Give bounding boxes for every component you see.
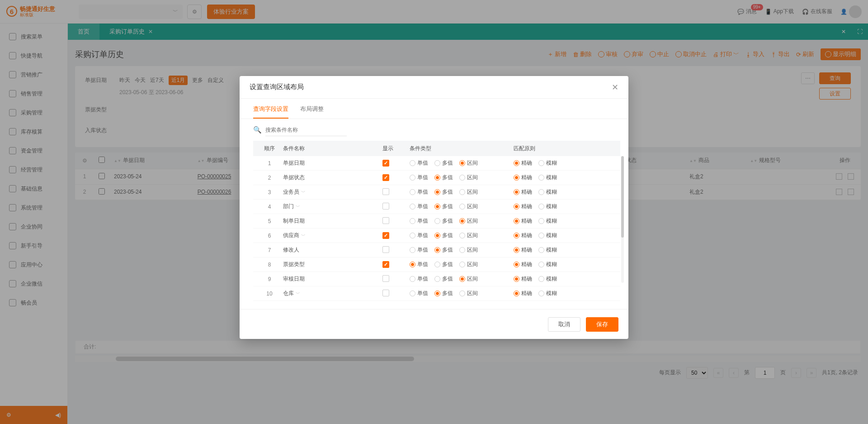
radio-match[interactable]: 精确 [514, 159, 532, 167]
modal-search-input[interactable] [265, 124, 347, 136]
modal-tab-layout[interactable]: 布局调整 [300, 105, 324, 119]
radio-ctype[interactable]: 多值 [434, 232, 453, 239]
radio-ctype[interactable]: 多值 [434, 188, 453, 196]
row-match: 精确模糊 [514, 203, 586, 210]
row-match: 精确模糊 [514, 217, 586, 225]
modal-save-button[interactable]: 保存 [586, 317, 618, 332]
radio-ctype[interactable]: 区间 [459, 217, 478, 225]
checkbox-icon [382, 188, 389, 195]
row-match: 精确模糊 [514, 159, 586, 167]
modal-vertical-scrollbar[interactable] [621, 156, 624, 283]
chevron-down-icon[interactable]: ﹀ [301, 233, 306, 238]
radio-ctype[interactable]: 单值 [410, 188, 428, 196]
radio-ctype[interactable]: 多值 [434, 290, 453, 297]
checkbox-icon [382, 174, 389, 181]
row-name: 制单日期 [283, 217, 382, 225]
radio-ctype[interactable]: 区间 [459, 203, 478, 210]
radio-ctype[interactable]: 多值 [434, 174, 453, 181]
radio-match[interactable]: 模糊 [538, 203, 557, 210]
row-name: 修改人 [283, 246, 382, 254]
modal-cancel-button[interactable]: 取消 [548, 317, 580, 332]
chevron-down-icon[interactable]: ﹀ [296, 291, 300, 296]
radio-match[interactable]: 精确 [514, 174, 532, 181]
radio-match[interactable]: 模糊 [538, 159, 557, 167]
modal-tab-fields[interactable]: 查询字段设置 [253, 105, 288, 119]
row-show[interactable] [382, 232, 410, 239]
row-ctype: 单值多值区间 [410, 188, 514, 196]
checkbox-icon [382, 246, 389, 253]
radio-match[interactable]: 精确 [514, 246, 532, 254]
radio-ctype[interactable]: 单值 [410, 203, 428, 210]
row-match: 精确模糊 [514, 246, 586, 254]
radio-ctype[interactable]: 区间 [459, 261, 478, 268]
radio-match[interactable]: 模糊 [538, 188, 557, 196]
row-show[interactable] [382, 160, 410, 167]
checkbox-icon [382, 217, 389, 224]
row-order: 1 [256, 160, 283, 167]
row-show[interactable] [382, 246, 410, 254]
checkbox-icon [382, 232, 389, 239]
radio-ctype[interactable]: 区间 [459, 232, 478, 239]
radio-ctype[interactable]: 单值 [410, 159, 428, 167]
row-show[interactable] [382, 188, 410, 196]
chevron-down-icon[interactable]: ﹀ [301, 190, 306, 195]
radio-match[interactable]: 精确 [514, 232, 532, 239]
radio-match[interactable]: 精确 [514, 275, 532, 283]
modal-row: 9审核日期单值多值区间精确模糊 [253, 272, 620, 286]
radio-ctype[interactable]: 单值 [410, 275, 428, 283]
chevron-down-icon[interactable]: ﹀ [296, 204, 300, 209]
radio-ctype[interactable]: 区间 [459, 275, 478, 283]
row-show[interactable] [382, 174, 410, 181]
row-ctype: 单值多值区间 [410, 203, 514, 210]
radio-match[interactable]: 模糊 [538, 217, 557, 225]
radio-ctype[interactable]: 多值 [434, 261, 453, 268]
radio-ctype[interactable]: 多值 [434, 246, 453, 254]
radio-ctype[interactable]: 单值 [410, 174, 428, 181]
radio-ctype[interactable]: 多值 [434, 275, 453, 283]
radio-match[interactable]: 精确 [514, 290, 532, 297]
modal-close-button[interactable]: ✕ [612, 82, 618, 92]
radio-match[interactable]: 模糊 [538, 246, 557, 254]
radio-ctype[interactable]: 区间 [459, 246, 478, 254]
row-name: 部门﹀ [283, 203, 382, 210]
modal-title: 设置查询区域布局 [250, 83, 304, 91]
radio-ctype[interactable]: 区间 [459, 174, 478, 181]
radio-match[interactable]: 精确 [514, 203, 532, 210]
radio-ctype[interactable]: 单值 [410, 232, 428, 239]
radio-match[interactable]: 精确 [514, 188, 532, 196]
modal-row: 10仓库﹀单值多值区间精确模糊 [253, 286, 620, 301]
radio-ctype[interactable]: 多值 [434, 203, 453, 210]
row-ctype: 单值多值区间 [410, 275, 514, 283]
modal-row: 1单据日期单值多值区间精确模糊 [253, 156, 620, 171]
radio-ctype[interactable]: 区间 [459, 188, 478, 196]
row-match: 精确模糊 [514, 188, 586, 196]
radio-ctype[interactable]: 多值 [434, 217, 453, 225]
row-show[interactable] [382, 203, 410, 211]
row-name: 单据状态 [283, 174, 382, 181]
row-ctype: 单值多值区间 [410, 174, 514, 181]
radio-match[interactable]: 模糊 [538, 290, 557, 297]
radio-match[interactable]: 模糊 [538, 232, 557, 239]
modal-row: 2单据状态单值多值区间精确模糊 [253, 171, 620, 185]
radio-match[interactable]: 模糊 [538, 275, 557, 283]
row-order: 6 [256, 233, 283, 239]
row-ctype: 单值多值区间 [410, 290, 514, 297]
radio-match[interactable]: 模糊 [538, 261, 557, 268]
modal-row: 4部门﹀单值多值区间精确模糊 [253, 200, 620, 214]
radio-ctype[interactable]: 单值 [410, 217, 428, 225]
radio-ctype[interactable]: 单值 [410, 261, 428, 268]
radio-ctype[interactable]: 区间 [459, 290, 478, 297]
row-show[interactable] [382, 275, 410, 283]
radio-match[interactable]: 模糊 [538, 174, 557, 181]
row-show[interactable] [382, 290, 410, 298]
row-match: 精确模糊 [514, 261, 586, 268]
radio-ctype[interactable]: 多值 [434, 159, 453, 167]
row-show[interactable] [382, 217, 410, 225]
radio-match[interactable]: 精确 [514, 261, 532, 268]
radio-ctype[interactable]: 单值 [410, 290, 428, 297]
radio-match[interactable]: 精确 [514, 217, 532, 225]
radio-ctype[interactable]: 单值 [410, 246, 428, 254]
radio-ctype[interactable]: 区间 [459, 159, 478, 167]
modal-row: 3业务员﹀单值多值区间精确模糊 [253, 185, 620, 200]
row-show[interactable] [382, 261, 410, 268]
